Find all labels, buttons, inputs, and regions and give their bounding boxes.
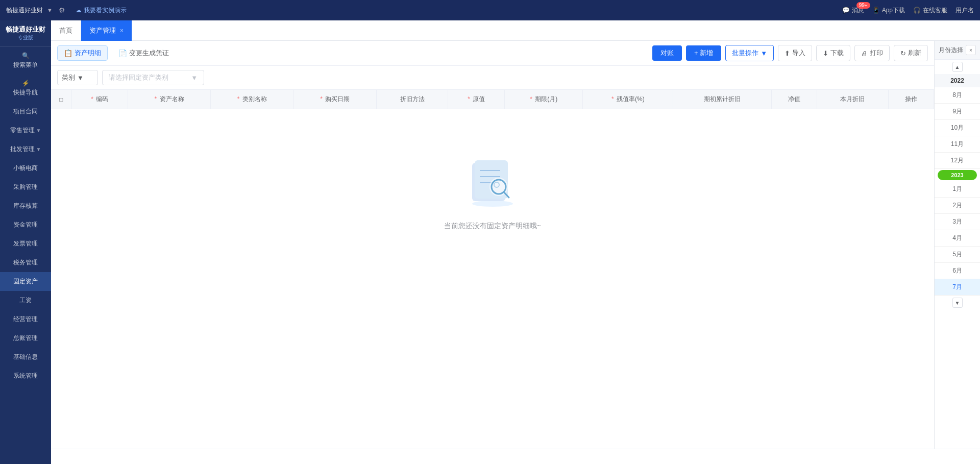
toolbar-buttons: 对账 + 新增 批量操作 ▼ ⬆ 导入 ⬇ 下载 — [652, 45, 928, 61]
cloud-icon: ☁ — [76, 7, 82, 14]
month-nav-down-button[interactable]: ▼ — [952, 298, 963, 308]
sub-tab-change-voucher[interactable]: 📄 变更生成凭证 — [112, 45, 176, 61]
category-dropdown-icon: ▼ — [77, 74, 84, 82]
reconcile-button[interactable]: 对账 — [652, 45, 682, 61]
sidebar-item-purchase[interactable]: 采购管理 — [0, 178, 51, 197]
search-icon: 🔍 — [22, 52, 30, 59]
online-service-button[interactable]: 🎧 在线客服 — [913, 6, 947, 15]
sidebar-item-ecommerce[interactable]: 小畅电商 — [0, 159, 51, 178]
sidebar-item-retail[interactable]: 零售管理 ▼ — [0, 121, 51, 140]
category-type-select[interactable]: 类别 ▼ — [57, 70, 98, 85]
assets-table: □ * 编码 * 资产名称 — [51, 90, 934, 109]
month-nav-up-button[interactable]: ▲ — [952, 62, 963, 72]
download-icon: ⬇ — [823, 50, 828, 57]
message-badge: 99+ — [856, 2, 870, 9]
svg-point-0 — [472, 201, 513, 207]
month-nav-up: ▲ — [935, 60, 980, 74]
month-item-2[interactable]: 2月 — [935, 198, 980, 214]
message-icon: 💬 — [842, 7, 850, 14]
month-item-1[interactable]: 1月 — [935, 181, 980, 198]
col-monthly-depreciation: 本月折旧 — [817, 90, 889, 109]
col-original-value: * 原值 — [448, 90, 504, 109]
content-area: 首页 资产管理 × 📋 资产明细 📄 变更生成凭证 — [51, 20, 980, 464]
sidebar-item-system[interactable]: 系统管理 — [0, 367, 51, 385]
col-code: * 编码 — [71, 90, 128, 109]
user-info[interactable]: 用户名 — [955, 6, 974, 15]
add-button[interactable]: + 新增 — [686, 45, 721, 61]
sidebar-item-ledger[interactable]: 总账管理 — [0, 329, 51, 348]
sidebar: 畅捷通好业财 专业版 🔍 搜索菜单 ⚡ 快捷导航 项目合同 零售管理 ▼ 批发管… — [0, 20, 51, 464]
category-value-dropdown-icon: ▼ — [191, 74, 198, 82]
settings-icon[interactable]: ⚙ — [59, 6, 65, 14]
month-picker-close[interactable]: × — [966, 45, 976, 55]
month-item-5[interactable]: 5月 — [935, 247, 980, 263]
month-nav-down: ▼ — [935, 296, 980, 310]
tab-home[interactable]: 首页 — [51, 20, 81, 41]
select-all-checkbox[interactable]: □ — [51, 90, 71, 109]
sidebar-item-operations[interactable]: 经营管理 — [0, 310, 51, 329]
message-button[interactable]: 💬 消息 99+ — [842, 6, 864, 15]
month-picker-panel: 月份选择 × ▲ 2022 8月 9月 10月 11月 12月 2023 1月 … — [934, 41, 980, 449]
nav-tabs: 首页 资产管理 × — [51, 20, 980, 41]
table-container: □ * 编码 * 资产名称 — [51, 90, 934, 449]
sidebar-item-inventory[interactable]: 库存核算 — [0, 197, 51, 215]
sidebar-item-fixed-assets[interactable]: 固定资产 — [0, 272, 51, 291]
page-content: 📋 资产明细 📄 变更生成凭证 对账 + 新增 批量操作 ▼ — [51, 41, 980, 449]
asset-detail-icon: 📋 — [64, 49, 72, 57]
sidebar-item-search[interactable]: 🔍 搜索菜单 — [0, 47, 51, 75]
month-item-10[interactable]: 10月 — [935, 120, 980, 136]
month-item-3[interactable]: 3月 — [935, 214, 980, 230]
app-title: 畅捷通好业财 — [6, 6, 43, 15]
scroll-indicator — [57, 453, 59, 460]
sidebar-item-basic-info[interactable]: 基础信息 — [0, 348, 51, 367]
sidebar-item-finance[interactable]: 资金管理 — [0, 215, 51, 234]
company-dropdown[interactable]: ▼ — [47, 7, 53, 13]
sub-tab-asset-detail[interactable]: 📋 资产明细 — [57, 45, 108, 61]
headset-icon: 🎧 — [913, 7, 921, 14]
empty-text: 当前您还没有固定资产明细哦~ — [444, 222, 541, 231]
top-bar-right: 💬 消息 99+ 📱 App下载 🎧 在线客服 用户名 — [842, 6, 974, 15]
refresh-button[interactable]: ↻ 刷新 — [894, 45, 928, 61]
download-button[interactable]: ⬇ 下载 — [816, 45, 850, 61]
change-voucher-icon: 📄 — [118, 49, 127, 57]
sidebar-item-tax[interactable]: 税务管理 — [0, 253, 51, 272]
col-purchase-date: * 购买日期 — [293, 90, 376, 109]
sidebar-item-project[interactable]: 项目合同 — [0, 102, 51, 121]
month-item-7[interactable]: 7月 — [935, 279, 980, 296]
tab-close-icon[interactable]: × — [120, 27, 124, 34]
print-button[interactable]: 🖨 打印 — [854, 45, 890, 61]
app-download-button[interactable]: 📱 App下载 — [872, 6, 905, 15]
month-picker-header: 月份选择 × — [935, 41, 980, 60]
tab-asset-mgmt[interactable]: 资产管理 × — [81, 20, 132, 41]
print-icon: 🖨 — [861, 50, 868, 57]
table-header-row: □ * 编码 * 资产名称 — [51, 90, 934, 109]
month-item-8[interactable]: 8月 — [935, 87, 980, 104]
col-name: * 资产名称 — [128, 90, 210, 109]
sidebar-logo: 畅捷通好业财 专业版 — [0, 20, 51, 47]
filter-bar: 类别 ▼ 请选择固定资产类别 ▼ — [51, 66, 934, 90]
month-item-9[interactable]: 9月 — [935, 104, 980, 120]
col-net-value: 净值 — [771, 90, 817, 109]
batch-button[interactable]: 批量操作 ▼ — [725, 45, 774, 61]
year-2022-label: 2022 — [935, 74, 980, 87]
col-period: * 期限(月) — [504, 90, 583, 109]
month-item-11[interactable]: 11月 — [935, 136, 980, 153]
sidebar-item-wholesale[interactable]: 批发管理 ▼ — [0, 140, 51, 159]
sidebar-item-quick-nav[interactable]: ⚡ 快捷导航 — [0, 75, 51, 102]
sidebar-item-salary[interactable]: 工资 — [0, 291, 51, 310]
col-residual-rate: * 残值率(%) — [583, 90, 673, 109]
month-item-12[interactable]: 12月 — [935, 153, 980, 169]
top-bar: 畅捷通好业财 ▼ ⚙ ☁ 我要看实例演示 💬 消息 99+ 📱 App下载 🎧 … — [0, 0, 980, 20]
main-layout: 畅捷通好业财 专业版 🔍 搜索菜单 ⚡ 快捷导航 项目合同 零售管理 ▼ 批发管… — [0, 20, 980, 464]
sidebar-item-invoice[interactable]: 发票管理 — [0, 234, 51, 253]
phone-icon: 📱 — [872, 7, 880, 14]
month-item-6[interactable]: 6月 — [935, 263, 980, 279]
col-accumulated-depreciation: 期初累计折旧 — [673, 90, 772, 109]
sub-tabs: 📋 资产明细 📄 变更生成凭证 对账 + 新增 批量操作 ▼ — [51, 41, 934, 66]
category-value-select[interactable]: 请选择固定资产类别 ▼ — [102, 70, 204, 85]
month-item-4[interactable]: 4月 — [935, 230, 980, 247]
import-button[interactable]: ⬆ 导入 — [778, 45, 812, 61]
main-panel: 📋 资产明细 📄 变更生成凭证 对账 + 新增 批量操作 ▼ — [51, 41, 934, 449]
empty-illustration — [462, 150, 523, 211]
demo-link[interactable]: ☁ 我要看实例演示 — [76, 6, 127, 15]
